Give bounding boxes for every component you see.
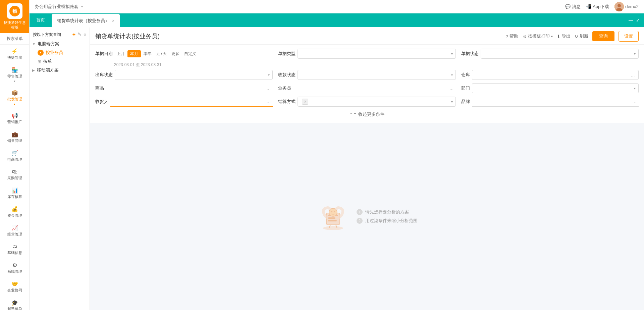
sidebar-item-newcomer[interactable]: 🎓 新手引导 — [0, 296, 29, 310]
date-tab-last-month[interactable]: 上月 — [115, 50, 127, 57]
empty-illustration — [316, 200, 350, 233]
brand-filter-group: 品牌 … — [461, 97, 639, 107]
wholesale-label: 批发管理 — [7, 97, 22, 102]
tab-close-button[interactable]: × — [112, 18, 114, 23]
doc-type-arrow-icon: ▾ — [451, 52, 453, 56]
sidebar-item-purchase[interactable]: 🛍 采购管理 — [0, 165, 29, 184]
template-print-button[interactable]: 🖨 按模板打印 ▾ — [522, 33, 553, 39]
setting-button[interactable]: 设置 — [619, 31, 639, 42]
sidebar-item-operations[interactable]: 📈 经营管理 — [0, 221, 29, 240]
collapse-button[interactable]: ⌃⌃ 收起更多条件 — [95, 110, 639, 119]
collapse-icon: ⌃⌃ — [350, 112, 357, 117]
tree-mobile-group[interactable]: ▶ 移动端方案 — [30, 66, 90, 74]
message-icon: 💬 — [565, 4, 571, 9]
help-button[interactable]: ? 帮助 — [506, 33, 518, 39]
finance-label: 资金管理 — [7, 213, 22, 218]
tree-mobile-arrow-icon: ▶ — [32, 68, 35, 72]
tip-1-text: 请先选择要分析的方案 — [365, 209, 409, 215]
tree-by-salesperson[interactable]: ● 按业务员 — [30, 48, 90, 57]
svg-point-5 — [323, 226, 343, 230]
filter-row-2: 出库状态 ▾ 收款状态 ▾ 仓库 — [95, 70, 639, 80]
left-panel-icons: + ✎ « — [72, 32, 86, 38]
department-select[interactable]: ▾ — [472, 83, 639, 93]
settlement-select[interactable]: × ▾ — [298, 97, 455, 107]
salesperson-input[interactable]: … — [293, 83, 455, 93]
sidebar-item-finance[interactable]: 💰 资金管理 — [0, 203, 29, 221]
system-label: 系统管理 — [7, 269, 22, 274]
top-header: 办公用品行业模拟账套 ▾ 💬 消息 📲 App下载 demo2 — [30, 0, 644, 13]
tab-home[interactable]: 首页 — [30, 13, 52, 27]
edit-scheme-button[interactable]: ✎ — [77, 32, 82, 38]
header-dropdown-icon[interactable]: ▾ — [81, 5, 83, 8]
date-tab-this-year[interactable]: 本年 — [142, 50, 154, 57]
settlement-label: 结算方式 — [278, 99, 296, 105]
app-download-icon: 📲 — [586, 4, 591, 9]
sidebar-item-marketing[interactable]: 📢 营销推广 — [0, 109, 29, 128]
sidebar-item-system[interactable]: ⚙ 系统管理 — [0, 259, 29, 277]
tab-active[interactable]: 销货单统计表（按业务员） × — [52, 14, 120, 28]
sidebar-search[interactable]: 搜索菜单 — [0, 33, 29, 45]
date-tab-more[interactable]: 更多 — [169, 50, 181, 57]
ecommerce-label: 电商管理 — [7, 157, 22, 162]
export-button[interactable]: ⬇ 导出 — [557, 33, 571, 39]
out-status-select[interactable]: ▾ — [115, 70, 273, 80]
tree-desktop-group[interactable]: ▼ 电脑端方案 — [30, 40, 90, 48]
date-filter-group: 单据日期 上月 本月 本年 近7天 更多 自定义 — [95, 49, 273, 59]
tab-minimize-icon[interactable]: — — [629, 17, 633, 23]
svg-rect-9 — [328, 220, 337, 221]
left-panel: 按以下方案查询 + ✎ « ▼ 电脑端方案 ● 按业务员 ⊞ 按单 — [30, 27, 90, 310]
message-label: 消息 — [572, 4, 581, 10]
out-status-label: 出库状态 — [95, 72, 113, 78]
date-tab-this-month[interactable]: 本月 — [127, 50, 141, 57]
sidebar-item-inventory[interactable]: 📊 库存核算 — [0, 184, 29, 203]
payment-status-select[interactable]: ▾ — [298, 70, 455, 80]
doc-status-filter-group: 单据状态 ▾ — [461, 49, 639, 59]
settlement-arrow-icon: ▾ — [451, 100, 453, 104]
brand-input[interactable]: … — [472, 97, 639, 107]
consignee-input[interactable]: … — [110, 97, 273, 107]
inventory-icon: 📊 — [11, 187, 18, 194]
svg-point-12 — [334, 211, 335, 212]
date-tab-custom[interactable]: 自定义 — [182, 50, 198, 57]
user-name: demo2 — [625, 4, 639, 9]
add-scheme-button[interactable]: + — [72, 32, 75, 38]
tree-by-order[interactable]: ⊞ 按单 — [30, 57, 90, 66]
message-button[interactable]: 💬 消息 — [565, 4, 581, 10]
sidebar-quick-nav[interactable]: ⚡ 快捷导航 — [0, 45, 29, 63]
sidebar: 畅 畅捷通好生意 标版 搜索菜单 ⚡ 快捷导航 🏪 零售管理 ▾ 📦 批发管理 … — [0, 0, 30, 310]
sidebar-item-basic[interactable]: 🗂 基础信息 — [0, 240, 29, 259]
page-title: 销货单统计表(按业务员) — [95, 32, 160, 40]
settlement-tag-close[interactable]: × — [304, 99, 306, 104]
brand-dots: … — [632, 99, 637, 104]
system-icon: ⚙ — [12, 262, 17, 268]
sidebar-item-wholesale[interactable]: 📦 批发管理 ▴ — [0, 86, 29, 109]
user-profile[interactable]: demo2 — [614, 2, 639, 11]
doc-type-select[interactable]: ▾ — [298, 49, 455, 59]
empty-tip-1: 1 请先选择要分析的方案 — [357, 209, 418, 215]
enterprise-icon: 🤝 — [11, 281, 18, 287]
sidebar-item-retail[interactable]: 🏪 零售管理 ▾ — [0, 63, 29, 86]
date-tabs: 上月 本月 本年 近7天 更多 自定义 — [115, 50, 198, 57]
goods-input[interactable]: … — [106, 83, 273, 93]
app-download-button[interactable]: 📲 App下载 — [586, 4, 609, 10]
salesperson-dots: … — [449, 86, 454, 91]
sidebar-item-sales[interactable]: 💼 销售管理 — [0, 128, 29, 147]
tip-1-num: 1 — [357, 209, 363, 215]
sidebar-item-ecommerce[interactable]: 🛒 电商管理 — [0, 147, 29, 165]
tab-maximize-icon[interactable]: ⤢ — [636, 17, 640, 23]
warehouse-input[interactable]: … — [472, 70, 639, 80]
app-logo: 畅 畅捷通好生意 标版 — [0, 0, 29, 33]
sidebar-item-enterprise[interactable]: 🤝 企业协同 — [0, 277, 29, 296]
doc-status-select[interactable]: ▾ — [481, 49, 639, 59]
search-menu-label: 搜索菜单 — [0, 36, 29, 42]
refresh-button[interactable]: ↻ 刷新 — [575, 33, 588, 39]
query-button[interactable]: 查询 — [592, 31, 614, 41]
page-actions: ? 帮助 🖨 按模板打印 ▾ ⬇ 导出 ↻ 刷新 — [506, 31, 639, 42]
header-right: 💬 消息 📲 App下载 demo2 — [565, 2, 639, 11]
newcomer-label: 新手引导 — [7, 307, 22, 310]
tip-2-num: 2 — [357, 218, 363, 224]
refresh-label: 刷新 — [580, 33, 588, 39]
out-status-filter-group: 出库状态 ▾ — [95, 70, 273, 80]
collapse-panel-button[interactable]: « — [84, 32, 86, 38]
date-tab-7days[interactable]: 近7天 — [154, 50, 169, 57]
